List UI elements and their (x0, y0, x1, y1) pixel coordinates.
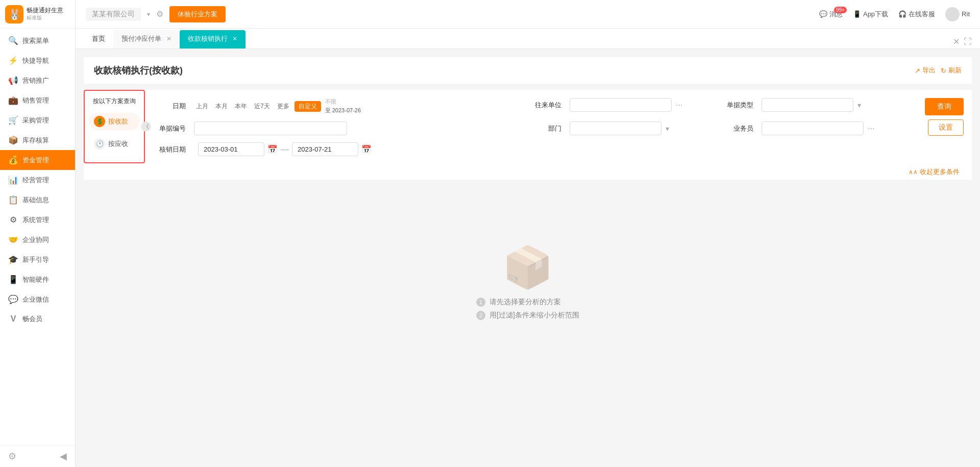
page-title-bar: 收款核销执行(按收款) ↗ 导出 ↻ 刷新 (84, 57, 972, 84)
sidebar-item-collab[interactable]: 🤝 企业协同 (0, 230, 75, 250)
tab-prepay-close[interactable]: ✕ (166, 35, 172, 42)
collapse-icon[interactable]: ◀ (60, 451, 67, 462)
company-dropdown-icon[interactable]: ▾ (147, 11, 150, 18)
tab-verify-close[interactable]: ✕ (232, 35, 237, 42)
shortcut-more[interactable]: 更多 (275, 101, 291, 112)
more-conditions-label[interactable]: 收起更多条件 (920, 167, 960, 177)
user-menu[interactable]: Rit (945, 7, 970, 21)
sidebar-item-system[interactable]: ⚙ 系统管理 (0, 210, 75, 230)
empty-state: 📦 1 请先选择要分析的方案 2 用[过滤]条件来缩小分析范围 (84, 180, 972, 384)
dept-group: 部门 ▾ (531, 121, 715, 135)
doc-no-label: 单据编号 (155, 124, 186, 133)
staff-input[interactable] (762, 121, 864, 135)
chevron-up-icon: ∧∧ (909, 168, 918, 176)
logo-icon: 🐰 (5, 5, 23, 23)
shortcut-this-month[interactable]: 本月 (213, 101, 230, 112)
sidebar-item-basic[interactable]: 📋 基础信息 (0, 190, 75, 210)
dept-select[interactable] (570, 121, 662, 135)
collab-icon: 🤝 (8, 235, 18, 244)
app-download-btn[interactable]: 📱 App下载 (853, 10, 888, 19)
date-range-display: 不限 至 2023-07-26 (325, 98, 361, 114)
top-header: 某某有限公司 ▾ ⚙ 休验行业方案 💬 消息 99+ 📱 App下载 🎧 在线客… (76, 0, 980, 29)
sidebar-item-operations[interactable]: 📊 经营管理 (0, 170, 75, 190)
settings-bottom-icon[interactable]: ⚙ (8, 451, 16, 462)
doc-type-select[interactable] (762, 98, 853, 112)
empty-illustration: 📦 (502, 243, 553, 291)
sidebar-nav: 🔍 搜索菜单 ⚡ 快捷导航 📢 营销推广 💼 销售管理 🛒 采购管理 📦 库存核… (0, 29, 75, 445)
shortcut-this-year[interactable]: 本年 (233, 101, 249, 112)
sidebar-logo: 🐰 畅捷通好生意 标准版 (0, 0, 75, 29)
purchase-icon: 🛒 (8, 115, 18, 125)
sidebar-item-marketing[interactable]: 📢 营销推广 (0, 70, 75, 90)
partner-dots-icon[interactable]: ··· (676, 101, 682, 110)
shortcut-7days[interactable]: 近7天 (252, 101, 272, 112)
export-icon: ↗ (915, 67, 920, 75)
header-gear-icon[interactable]: ⚙ (156, 9, 163, 19)
app-icon: 📱 (853, 10, 861, 18)
date-shortcuts: 上月 本月 本年 近7天 更多 自定义 (194, 101, 321, 112)
cal-icon-from[interactable]: 📅 (267, 144, 278, 154)
staff-dots-icon[interactable]: ··· (868, 124, 874, 133)
verify-date-dash: — (281, 145, 289, 154)
message-btn[interactable]: 💬 消息 99+ (819, 10, 843, 19)
sidebar-item-wechat[interactable]: 💬 企业微信 (0, 289, 75, 309)
tab-home[interactable]: 首页 (84, 30, 113, 48)
shortcut-last-month[interactable]: 上月 (194, 101, 210, 112)
logo-text: 畅捷通好生意 (27, 7, 63, 15)
inventory-icon: 📦 (8, 135, 18, 145)
company-name: 某某有限公司 (86, 8, 141, 21)
partner-label: 往来单位 (531, 101, 561, 110)
tab-expand-icon[interactable]: ⛶ (964, 37, 972, 46)
message-icon: 💬 (819, 10, 827, 18)
tab-bar: 首页 预付冲应付单 ✕ 收款核销执行 ✕ ✕ ⛶ (76, 29, 980, 49)
tab-verify[interactable]: 收款核销执行 ✕ (180, 30, 246, 48)
sidebar-item-purchase[interactable]: 🛒 采购管理 (0, 110, 75, 130)
doc-no-input[interactable] (194, 121, 347, 135)
filter-sidebar-collapse-btn[interactable]: 《 (141, 121, 151, 132)
cal-icon-to[interactable]: 📅 (361, 144, 372, 154)
logo-sub: 标准版 (27, 14, 63, 21)
partner-input[interactable] (570, 98, 672, 112)
content-area: 收款核销执行(按收款) ↗ 导出 ↻ 刷新 按以下方案查询 💲 (76, 49, 980, 467)
sidebar-item-hardware[interactable]: 📱 智能硬件 (0, 269, 75, 289)
staff-group: 业务员 ··· (723, 121, 906, 135)
verify-date-to-input[interactable] (292, 142, 358, 156)
dept-label: 部门 (531, 124, 561, 133)
settings-btn[interactable]: 设置 (928, 119, 964, 136)
empty-hint-1: 1 请先选择要分析的方案 (476, 298, 579, 307)
receipt-icon: 💲 (94, 116, 105, 127)
industry-solution-btn[interactable]: 休验行业方案 (169, 6, 226, 22)
sidebar-item-member[interactable]: V 畅会员 (0, 309, 75, 329)
date-to-display: 至 2023-07-26 (325, 107, 361, 114)
filter-sidebar: 按以下方案查询 💲 按收款 🕐 按应收 《 (84, 90, 145, 163)
sidebar-item-sales[interactable]: 💼 销售管理 (0, 90, 75, 110)
filter-option-by-receivable[interactable]: 🕐 按应收 (89, 135, 140, 153)
shortcut-custom[interactable]: 自定义 (295, 101, 321, 112)
more-conditions-row: ∧∧ 收起更多条件 (84, 163, 972, 180)
sales-icon: 💼 (8, 95, 18, 105)
header-right: 💬 消息 99+ 📱 App下载 🎧 在线客服 Rit (819, 7, 970, 21)
query-btn[interactable]: 查询 (925, 98, 964, 115)
verify-date-label: 核销日期 (155, 145, 186, 154)
tab-close-all-icon[interactable]: ✕ (953, 37, 960, 46)
doc-type-group: 单据类型 ▾ (723, 98, 906, 112)
empty-hints: 1 请先选择要分析的方案 2 用[过滤]条件来缩小分析范围 (476, 298, 579, 320)
sidebar-item-finance[interactable]: 💰 资金管理 (0, 150, 75, 170)
date-label: 日期 (155, 102, 186, 111)
avatar (945, 7, 960, 21)
sidebar-item-guide[interactable]: 🎓 新手引导 (0, 250, 75, 269)
refresh-btn[interactable]: ↻ 刷新 (941, 66, 962, 75)
guide-icon: 🎓 (8, 255, 18, 264)
verify-date-from-input[interactable] (198, 142, 264, 156)
page-title: 收款核销执行(按收款) (94, 64, 183, 77)
online-service-btn[interactable]: 🎧 在线客服 (898, 10, 935, 19)
filter-option-by-receipt[interactable]: 💲 按收款 (89, 113, 140, 130)
tab-prepay[interactable]: 预付冲应付单 ✕ (113, 30, 180, 48)
export-btn[interactable]: ↗ 导出 (915, 66, 936, 75)
sidebar-item-inventory[interactable]: 📦 库存核算 (0, 130, 75, 150)
wechat-icon: 💬 (8, 294, 18, 304)
basic-icon: 📋 (8, 195, 18, 205)
sidebar-item-search[interactable]: 🔍 搜索菜单 (0, 31, 75, 51)
filter-sidebar-title: 按以下方案查询 (89, 97, 140, 106)
sidebar-item-quick[interactable]: ⚡ 快捷导航 (0, 51, 75, 70)
